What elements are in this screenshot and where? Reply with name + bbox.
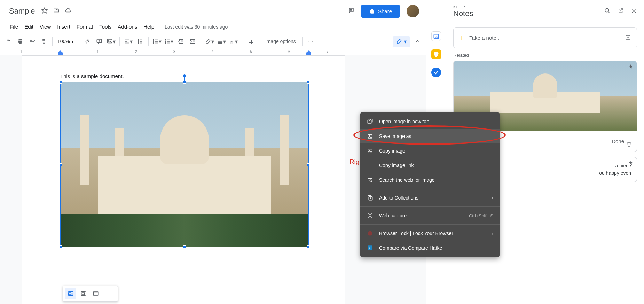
wrap-break-button[interactable] <box>78 288 89 299</box>
spellcheck-icon[interactable] <box>27 37 37 46</box>
lock-ext-icon <box>367 230 374 237</box>
ctx-label: Search the web for image <box>379 177 493 183</box>
indent-decrease-icon[interactable] <box>176 37 186 46</box>
resize-handle-br[interactable] <box>307 245 310 248</box>
trash-icon[interactable] <box>624 139 634 149</box>
border-dash-icon[interactable]: ▾ <box>228 37 238 46</box>
ruler-mark: 6 <box>288 50 290 54</box>
toolbar-separator <box>119 37 120 46</box>
ctx-search-web[interactable]: Search the web for image <box>360 173 500 187</box>
keep-header: KEEP Notes <box>446 0 644 23</box>
comment-add-icon[interactable] <box>94 37 104 46</box>
crop-icon[interactable] <box>245 37 255 46</box>
menu-file[interactable]: File <box>7 22 21 31</box>
resize-handle-tm[interactable] <box>183 81 186 84</box>
menu-edit[interactable]: Edit <box>22 22 36 31</box>
zoom-dropdown[interactable]: 100% ▾ <box>56 39 75 44</box>
keep-kicker: KEEP <box>453 5 604 9</box>
ctx-label: Compare via Compare Hatke <box>379 245 493 251</box>
keep-icon[interactable] <box>431 49 441 59</box>
close-icon[interactable] <box>631 8 637 15</box>
image-content <box>61 82 308 247</box>
comments-icon[interactable] <box>348 7 354 15</box>
more-icon[interactable]: ⋯ <box>306 37 316 46</box>
toolbar-separator <box>242 37 242 46</box>
pin-icon[interactable] <box>628 160 634 169</box>
move-icon[interactable] <box>53 7 60 15</box>
wrap-more-button[interactable]: ⋮ <box>104 288 116 299</box>
ctx-shortcut: Ctrl+Shift+S <box>469 213 493 218</box>
toolbar: 100% ▾ ▾ ▾ 123 ▾ ▾ ▾ ▾ ▾ Image options ⋯… <box>0 34 426 49</box>
doc-title-input[interactable]: Sample <box>7 6 37 16</box>
print-icon[interactable] <box>15 37 25 46</box>
search-web-icon <box>367 177 374 184</box>
ctx-compare-hatke[interactable]: ₹ Compare via Compare Hatke <box>360 241 500 255</box>
menu-help[interactable]: Help <box>141 22 157 31</box>
capture-icon <box>367 212 374 219</box>
last-edit-link[interactable]: Last edit was 30 minutes ago <box>165 24 228 30</box>
resize-handle-tr[interactable] <box>307 81 310 84</box>
menu-format[interactable]: Format <box>74 22 96 31</box>
user-avatar[interactable] <box>407 5 419 17</box>
resize-handle-ml[interactable] <box>59 163 62 166</box>
paint-format-icon[interactable] <box>39 37 49 46</box>
chevron-right-icon: › <box>492 231 493 236</box>
resize-handle-mr[interactable] <box>307 163 310 166</box>
ruler-mark: 1 <box>20 50 22 54</box>
header-right: Share <box>348 5 419 18</box>
resize-handle-tl[interactable] <box>59 81 62 84</box>
wrap-inline-button[interactable] <box>65 288 76 299</box>
ruler-mark: 3 <box>173 50 175 54</box>
cloud-status-icon[interactable] <box>65 7 71 15</box>
indent-increase-icon[interactable] <box>188 37 197 46</box>
selected-image[interactable] <box>60 82 309 247</box>
collapse-icon[interactable] <box>413 37 423 46</box>
image-options-button[interactable]: Image options <box>262 39 299 44</box>
align-icon[interactable]: ▾ <box>123 37 133 46</box>
menu-addons[interactable]: Add-ons <box>115 22 140 31</box>
ctx-save-image-as[interactable]: Save image as <box>360 129 500 143</box>
resize-handle-bl[interactable] <box>59 245 62 248</box>
svg-text:₹: ₹ <box>369 247 371 250</box>
take-note-input[interactable]: + Take a note... <box>453 27 637 48</box>
calendar-icon[interactable]: 31 <box>431 31 441 41</box>
ctx-label: Open image in new tab <box>379 119 493 124</box>
menu-tools[interactable]: Tools <box>96 22 114 31</box>
rotation-handle[interactable] <box>183 74 186 77</box>
image-insert-icon[interactable]: ▾ <box>106 37 116 46</box>
pin-icon[interactable] <box>628 64 634 71</box>
ctx-label: Add to Collections <box>379 195 486 201</box>
border-color-icon[interactable]: ▾ <box>205 37 214 46</box>
ctx-copy-image[interactable]: Copy image <box>360 143 500 158</box>
chevron-right-icon: › <box>492 195 493 201</box>
link-icon[interactable] <box>83 37 92 46</box>
open-in-new-icon[interactable] <box>618 8 624 15</box>
ctx-copy-image-link[interactable]: Copy image link <box>360 158 500 173</box>
ctx-web-capture[interactable]: Web capture Ctrl+Shift+S <box>360 208 500 223</box>
menu-insert[interactable]: Insert <box>54 22 73 31</box>
line-spacing-icon[interactable] <box>135 37 145 46</box>
ctx-add-collections[interactable]: Add to Collections › <box>360 190 500 205</box>
note-more-icon[interactable]: ⋮ <box>619 64 625 71</box>
svg-text:31: 31 <box>435 36 438 38</box>
page[interactable]: This is a sample document. <box>22 55 345 304</box>
share-button[interactable]: Share <box>361 5 400 18</box>
resize-handle-bm[interactable] <box>183 245 186 248</box>
ctx-open-new-tab[interactable]: Open image in new tab <box>360 114 500 129</box>
ctx-browser-lock[interactable]: Browser Lock | Lock Your Browser › <box>360 226 500 241</box>
numbered-list-icon[interactable]: 123 ▾ <box>152 37 162 46</box>
ruler[interactable]: 1 1 2 3 4 5 6 7 <box>0 49 426 55</box>
tasks-icon[interactable] <box>431 68 441 77</box>
bullet-list-icon[interactable]: ▾ <box>164 37 174 46</box>
ruler-mark: 1 <box>97 50 99 54</box>
svg-marker-37 <box>58 50 63 55</box>
editing-mode-button[interactable]: ▾ <box>393 36 410 47</box>
wrap-behind-button[interactable] <box>90 288 101 299</box>
search-icon[interactable] <box>604 8 611 15</box>
border-weight-icon[interactable]: ▾ <box>217 37 226 46</box>
checklist-icon[interactable] <box>625 34 631 41</box>
star-icon[interactable] <box>41 7 48 15</box>
ctx-separator <box>360 189 500 189</box>
undo-icon[interactable] <box>3 37 13 46</box>
menu-view[interactable]: View <box>37 22 54 31</box>
